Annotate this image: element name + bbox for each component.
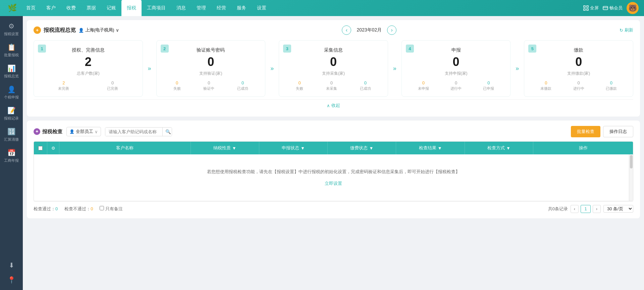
sidebar-item-annual-clear[interactable]: 🔢 汇算清缴 bbox=[0, 124, 23, 145]
step-2-stat-0: 0 失败 bbox=[173, 80, 181, 91]
user-avatar[interactable]: 🐻 bbox=[627, 2, 639, 14]
top-nav: 🌿 首页 客户 收费 票据 记账 报税 工商项目 消息 管理 经营 服务 设置 … bbox=[0, 0, 644, 16]
fail-count[interactable]: 0 bbox=[91, 206, 93, 211]
nav-items: 首页 客户 收费 票据 记账 报税 工商项目 消息 管理 经营 服务 设置 bbox=[21, 0, 583, 16]
pass-count[interactable]: 0 bbox=[55, 206, 58, 211]
filter-result-icon[interactable]: ▼ bbox=[438, 146, 442, 151]
step-1-stat-0-lbl: 未完善 bbox=[58, 86, 69, 91]
th-check-result-text: 检查结果 bbox=[419, 145, 436, 151]
sidebar-item-batch-tax[interactable]: 📋 批量报税 bbox=[0, 40, 23, 61]
filter-pay-icon[interactable]: ▼ bbox=[369, 146, 373, 151]
step-4-sub: 支持申报(家) bbox=[407, 71, 505, 76]
select-all-checkbox[interactable] bbox=[38, 146, 43, 150]
step-3-stat-2-lbl: 已成功 bbox=[360, 86, 371, 91]
step-3-stat-1: 0 未采集 bbox=[326, 80, 337, 91]
arrow-1: » bbox=[143, 65, 156, 72]
nav-tax[interactable]: 报税 bbox=[121, 0, 142, 16]
sidebar: ⚙ 报税设置 📋 批量报税 📊 报税总览 👤 个税申报 📝 报税记录 🔢 汇算清… bbox=[0, 16, 23, 290]
scrollbar[interactable] bbox=[629, 154, 633, 201]
pass-label: 检查通过：0 bbox=[34, 206, 58, 212]
step-3-stat-2: 0 已成功 bbox=[360, 80, 371, 91]
step-4-stat-2: 0 已申报 bbox=[483, 80, 494, 91]
app-logo: 🌿 bbox=[3, 0, 21, 16]
step-4-stat-1-num: 0 bbox=[455, 80, 457, 85]
refresh-btn[interactable]: ↻ 刷新 bbox=[620, 27, 633, 33]
fullscreen-btn[interactable]: 全屏 bbox=[583, 5, 599, 11]
step-4-num: 4 bbox=[406, 45, 414, 53]
summary-title-icon: + bbox=[34, 26, 41, 34]
step-5-stat-0: 0 未缴款 bbox=[540, 80, 551, 91]
month-nav: ‹ 2023年02月 › bbox=[342, 25, 396, 35]
staff-selector[interactable]: 👤 全部员工 ∨ bbox=[66, 127, 101, 136]
search-button[interactable]: 🔍 bbox=[162, 128, 172, 136]
step-1-stat-1: 0 已完善 bbox=[107, 80, 118, 91]
nav-invoice[interactable]: 票据 bbox=[81, 0, 101, 16]
next-month-btn[interactable]: › bbox=[387, 25, 396, 35]
nav-home[interactable]: 首页 bbox=[21, 0, 41, 16]
nav-service[interactable]: 服务 bbox=[231, 0, 252, 16]
nav-settings[interactable]: 设置 bbox=[252, 0, 272, 16]
staff-label: 全部员工 bbox=[76, 129, 93, 135]
svg-rect-1 bbox=[587, 6, 588, 7]
sidebar-item-tax-settings[interactable]: ⚙ 报税设置 bbox=[0, 19, 23, 40]
sidebar-item-annual-report[interactable]: 📅 工商年报 bbox=[0, 145, 23, 166]
nav-customer[interactable]: 客户 bbox=[41, 0, 61, 16]
step-4-title: 申报 bbox=[407, 47, 505, 53]
download-icon: ⬇ bbox=[9, 261, 14, 269]
filter-tax-icon[interactable]: ▼ bbox=[232, 146, 236, 151]
svg-rect-3 bbox=[587, 9, 588, 10]
nav-ops[interactable]: 经营 bbox=[211, 0, 231, 16]
per-page-select[interactable]: 30 条/页 50 条/页 100 条/页 bbox=[603, 205, 633, 213]
location-tag[interactable]: 👤 上海(电子税局) ∨ bbox=[78, 27, 119, 33]
svg-rect-4 bbox=[603, 6, 608, 10]
gear-icon[interactable]: ⚙ bbox=[51, 146, 55, 151]
table-body: 若您想使用报税检查功能，请先在【报税设置】中进行报税的初始化设置，完成密码验证和… bbox=[34, 154, 633, 201]
th-operations-text: 操作 bbox=[579, 145, 588, 151]
filter-method-icon[interactable]: ▼ bbox=[506, 146, 511, 151]
batch-check-button[interactable]: 批量检查 bbox=[571, 126, 600, 137]
filter-declare-icon[interactable]: ▼ bbox=[301, 146, 305, 151]
th-check-method: 检查方式 ▼ bbox=[465, 142, 533, 154]
collapse-bar[interactable]: ∧ 收起 bbox=[34, 99, 633, 111]
sidebar-item-personal-tax[interactable]: 👤 个税申报 bbox=[0, 82, 23, 103]
scroll-thumb bbox=[630, 155, 633, 168]
location-text: 上海(电子税局) bbox=[85, 27, 114, 33]
empty-text: 若您想使用报税检查功能，请先在【报税设置】中进行报税的初始化设置，完成密码验证和… bbox=[207, 168, 460, 175]
refresh-icon: ↻ bbox=[620, 28, 623, 33]
check-title-group: ✦ 报税检查 bbox=[34, 128, 62, 135]
operation-log-button[interactable]: 操作日志 bbox=[603, 126, 633, 137]
step-5-stat-2-lbl: 已缴款 bbox=[606, 86, 617, 91]
note-checkbox[interactable] bbox=[100, 206, 104, 210]
prev-page-btn[interactable]: ‹ bbox=[571, 205, 579, 213]
arrow-2: » bbox=[265, 65, 279, 72]
step-4-stats: 0 未申报 0 进行中 0 已申报 bbox=[407, 80, 505, 91]
nav-msg[interactable]: 消息 bbox=[171, 0, 191, 16]
step-3-title: 采集信息 bbox=[284, 47, 382, 53]
setup-link[interactable]: 立即设置 bbox=[325, 179, 342, 187]
sidebar-item-tax-record[interactable]: 📝 报税记录 bbox=[0, 103, 23, 124]
member-btn[interactable]: 畅会员 bbox=[603, 5, 623, 11]
nav-account[interactable]: 记账 bbox=[101, 0, 121, 16]
th-pay-text: 缴费状态 bbox=[350, 145, 368, 151]
th-check-result: 检查结果 ▼ bbox=[396, 142, 465, 154]
next-page-btn[interactable]: › bbox=[593, 205, 601, 213]
summary-card: + 报税流程总览 👤 上海(电子税局) ∨ ‹ 2023年02月 › ↻ 刷新 bbox=[27, 20, 640, 117]
step-1-stat-0-num: 2 bbox=[62, 80, 65, 85]
step-1-count: 2 bbox=[39, 56, 137, 68]
table-header: ⚙ 客户名称 纳税性质 ▼ 申报状态 ▼ 缴费状态 ▼ 检查 bbox=[34, 142, 633, 154]
nav-biz[interactable]: 工商项目 bbox=[142, 0, 171, 16]
step-4-count: 0 bbox=[407, 56, 505, 68]
th-check-method-text: 检查方式 bbox=[487, 145, 505, 151]
step-3-stat-0-lbl: 失败 bbox=[296, 86, 303, 91]
step-3-stat-0-num: 0 bbox=[298, 80, 301, 85]
nav-right: 全屏 畅会员 🐻 bbox=[583, 2, 644, 14]
sidebar-location[interactable]: 📍 bbox=[0, 273, 23, 287]
step-2-stats: 0 失败 0 验证中 0 已成功 bbox=[162, 80, 260, 91]
nav-mgmt[interactable]: 管理 bbox=[191, 0, 211, 16]
prev-month-btn[interactable]: ‹ bbox=[342, 25, 351, 35]
sidebar-item-tax-overview[interactable]: 📊 报税总览 bbox=[0, 61, 23, 82]
step-2-stat-0-num: 0 bbox=[176, 80, 178, 85]
search-input[interactable] bbox=[105, 128, 162, 136]
sidebar-download[interactable]: ⬇ bbox=[0, 258, 23, 273]
nav-fee[interactable]: 收费 bbox=[61, 0, 81, 16]
